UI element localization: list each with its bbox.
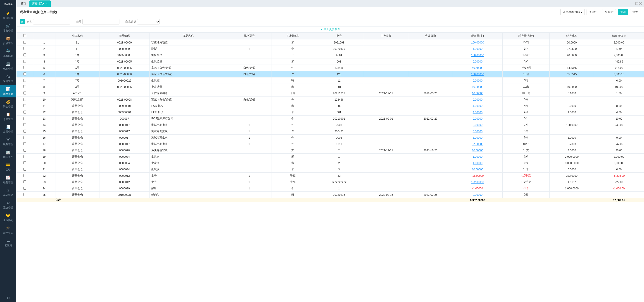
sidebar-item-management[interactable]: 📈 经营管理 [0, 173, 16, 186]
col-batch-header[interactable]: 批号 [314, 33, 364, 39]
row-qty[interactable]: 1.00000 [453, 160, 502, 166]
col-qtyalt-header[interactable]: 现存量(包装) [502, 33, 550, 39]
row-checkbox[interactable] [23, 104, 26, 107]
col-spec-header[interactable]: 规格型号 [227, 33, 272, 39]
row-checkbox[interactable] [23, 79, 26, 82]
row-qty[interactable]: 10.00000 [453, 147, 502, 154]
sidebar-item-purchase[interactable]: 🛍 采购管理 [0, 72, 16, 85]
sidebar-item-quick-nav[interactable]: ⚡ 快捷导航 [0, 9, 16, 22]
row-qty[interactable]: 0.00000 [453, 128, 502, 134]
sidebar-item-guide[interactable]: 🎓 新手引导 [0, 224, 16, 237]
row-checkbox[interactable] [23, 180, 26, 183]
select-all-checkbox[interactable] [23, 34, 26, 37]
row-checkbox[interactable] [23, 155, 26, 158]
sidebar-item-finance[interactable]: 💰 资金管理 [0, 97, 16, 110]
row-checkbox[interactable] [23, 73, 26, 75]
filter-goods-input[interactable] [82, 19, 120, 25]
row-checkbox[interactable] [23, 47, 26, 50]
row-qty[interactable]: 4.00000 [453, 103, 502, 109]
sidebar-item-ecommerce[interactable]: 💻 电商管理 [0, 60, 16, 72]
sidebar-settings-btn[interactable]: ⚙ [0, 294, 16, 302]
row-qty[interactable]: 10.00000 [453, 90, 502, 96]
tab-inventory-batch[interactable]: 库存批次▾ ✕ [30, 1, 51, 7]
col-name-header[interactable]: 商品名称 [150, 33, 227, 39]
row-checkbox[interactable] [23, 92, 26, 94]
row-checkbox[interactable] [23, 193, 26, 196]
row-qty[interactable]: 0.00000 [453, 115, 502, 122]
sidebar-item-ecommerce-small[interactable]: 🐳 小鲸电商 [0, 47, 16, 60]
row-checkbox[interactable] [23, 168, 26, 171]
row-qty[interactable]: 4.00000 [453, 109, 502, 115]
sidebar-item-tax[interactable]: 🏛 税务管理 [0, 135, 16, 148]
filter-warehouse-input[interactable] [33, 19, 70, 25]
window-close-btn[interactable]: ✕ [639, 1, 642, 6]
col-code-header[interactable]: 商品编码 [100, 33, 150, 39]
row-checkbox[interactable] [23, 142, 26, 145]
row-qty[interactable]: 1.00000 [453, 154, 502, 160]
col-cost-header[interactable]: 结存成本 [550, 33, 594, 39]
row-checkbox[interactable] [23, 174, 26, 177]
row-checkbox[interactable] [23, 66, 26, 69]
row-checkbox[interactable] [23, 117, 26, 120]
row-qty[interactable]: 87.00000 [453, 141, 502, 147]
col-amount-header[interactable]: 结存金额 ① [594, 33, 644, 39]
row-qty[interactable]: 10.00000 [453, 84, 502, 90]
row-qty[interactable]: 2.00000 [453, 122, 502, 128]
row-checkbox[interactable] [23, 41, 26, 44]
col-qty-header[interactable]: 现存量(主) [453, 33, 502, 39]
row-qty[interactable]: 0.00000 [453, 96, 502, 103]
row-qty[interactable]: 0.00000 [453, 77, 502, 84]
display-btn[interactable]: 👁 展示 [602, 9, 616, 15]
row-checkbox[interactable] [23, 98, 26, 101]
tab-home[interactable]: 首页 [18, 1, 29, 7]
row-checkbox[interactable] [23, 111, 26, 113]
query-btn[interactable]: 查询 [618, 9, 628, 15]
sidebar-item-assets[interactable]: 🏢 固定资产 [0, 148, 16, 161]
col-proddate-header[interactable]: 生产日期 [364, 33, 408, 39]
sidebar-item-system[interactable]: ⚙ 系统管理 [0, 199, 16, 211]
row-qty[interactable]: 3.00000 [453, 134, 502, 141]
sidebar-search-menu[interactable]: 搜索菜单 [3, 2, 14, 7]
row-checkbox[interactable] [23, 85, 26, 88]
row-checkbox[interactable] [23, 136, 26, 139]
row-checkbox[interactable] [23, 54, 26, 56]
row-qty[interactable]: 122.00000 [453, 179, 502, 185]
amount-help-icon[interactable]: ① [624, 35, 626, 37]
row-checkbox[interactable] [23, 123, 26, 126]
row-qty[interactable]: 49.60000 [453, 65, 502, 71]
export-btn[interactable]: ⬆ 导出 [586, 9, 600, 15]
row-checkbox[interactable] [23, 60, 26, 63]
row-qty[interactable]: 10.00000 [453, 166, 502, 173]
row-checkbox[interactable] [23, 149, 26, 152]
sidebar-item-salary[interactable]: 💳 工资 [0, 161, 16, 173]
sidebar-item-basic[interactable]: ℹ 基础信息 [0, 186, 16, 199]
sidebar-item-wholesale[interactable]: 📦 批发管理 [0, 35, 16, 47]
col-warehouse-header[interactable]: 仓库名称 [55, 33, 100, 39]
sidebar-item-ledger[interactable]: 📋 总账管理 [0, 110, 16, 123]
row-qty[interactable]: 100.00000 [453, 71, 502, 77]
row-qty[interactable]: 100.00000 [453, 39, 502, 46]
col-expdate-header[interactable]: 失效日期 [408, 33, 453, 39]
row-qty[interactable]: 0.00000 [453, 58, 502, 65]
filter-expand-btn[interactable]: ▶ [20, 19, 25, 24]
row-checkbox[interactable] [23, 161, 26, 164]
row-qty[interactable]: -16.00000 [453, 173, 502, 179]
row-qty[interactable]: 0.00000 [453, 192, 502, 198]
sidebar-item-cloud[interactable]: ☁ 云应用 [0, 237, 16, 249]
window-maximize-btn[interactable]: □ [636, 1, 638, 6]
settings-btn[interactable]: 设置 [630, 9, 640, 15]
col-unit-header[interactable]: 主计量单位 [272, 33, 314, 39]
row-checkbox[interactable] [23, 130, 26, 132]
row-checkbox[interactable] [23, 187, 26, 190]
row-qty[interactable]: 100.00000 [453, 52, 502, 58]
row-qty[interactable]: -1.00000 [453, 185, 502, 192]
sidebar-item-retail[interactable]: 🛒 零售管理 [0, 22, 16, 35]
filter-category-select[interactable] [137, 19, 160, 25]
sidebar-item-inventory[interactable]: 📊 库存核算 [0, 85, 16, 98]
expand-conditions-btn[interactable]: ▼ 展开更多条件 [320, 27, 340, 31]
sidebar-item-collab[interactable]: 🤝 企业协同 [0, 211, 16, 224]
window-minimize-btn[interactable]: — [630, 1, 634, 6]
sidebar-item-invoice[interactable]: 🧾 发票管理 [0, 123, 16, 135]
print-template-btn[interactable]: 🖨 按模板打印 ▾ [560, 9, 585, 15]
tab-close-btn[interactable]: ✕ [46, 2, 48, 5]
